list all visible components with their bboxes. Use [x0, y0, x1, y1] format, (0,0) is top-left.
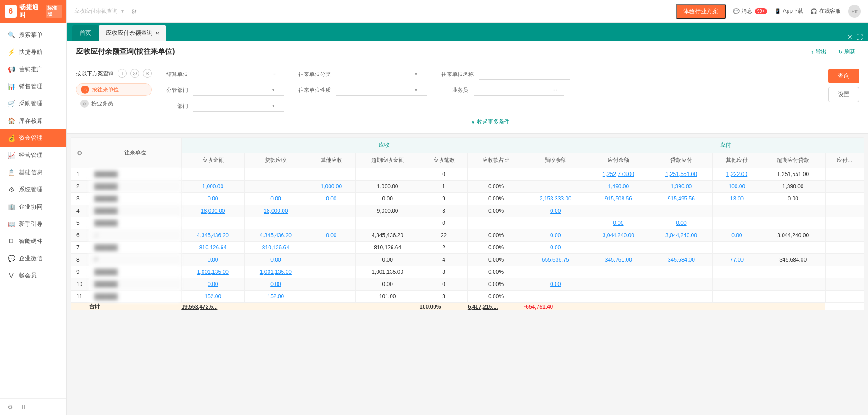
sidebar-item-purchase[interactable]: 🛒 采购管理 [0, 95, 66, 112]
footer-empty-4 [355, 303, 420, 311]
message-badge: 99+ [755, 8, 767, 14]
management-icon: 📈 [7, 152, 15, 159]
footer-recv-total[interactable]: 19,553,472.6... [181, 303, 244, 311]
sidebar-item-management[interactable]: 📈 经营管理 [0, 147, 66, 164]
sidebar-item-search[interactable]: 🔍 搜索菜单 [0, 26, 66, 43]
refresh-label: 刷新 [844, 48, 855, 56]
sidebar-item-quicknav[interactable]: ⚡ 快捷导航 [0, 43, 66, 61]
tab-close-icon[interactable]: ✕ [156, 31, 159, 36]
sidebar-item-enterprise[interactable]: 🏢 企业协同 [0, 198, 66, 215]
sidebar-label-management: 经营管理 [19, 151, 42, 159]
filter-setting-button[interactable]: ⊙ [130, 69, 139, 78]
sidebar-item-wechat[interactable]: 💬 企业微信 [0, 250, 66, 267]
table-row: 2██████1,000.001,000.001,000.0010.00%1,4… [71, 181, 864, 193]
online-service-action[interactable]: 🎧 在线客服 [811, 7, 841, 15]
avatar[interactable]: Rit [848, 5, 861, 18]
filter-bar-label: 按以下方案查询 [76, 70, 114, 77]
th-other-pay: 其他应付 [712, 153, 761, 168]
scheme-icon-salesperson: ⊙ [80, 100, 89, 108]
table-row: 11██████152.00152.00101.0030.00% [71, 291, 864, 303]
sidebar-item-hardware[interactable]: 🖥 智能硬件 [0, 233, 66, 250]
filter-arrow-button[interactable]: « [143, 69, 152, 78]
collapse-footer-icon[interactable]: ⏸ [20, 403, 27, 410]
th-overdue-recv: 超期应收金额 [355, 153, 420, 168]
inventory-icon: 🏠 [7, 117, 15, 124]
counterpart-name-label: 往来单位名称 [441, 71, 474, 78]
counterpart-name-input[interactable] [479, 69, 570, 80]
sidebar-item-finance[interactable]: 💰 资金管理 [0, 129, 66, 147]
query-button[interactable]: 查询 [828, 69, 859, 83]
th-prepay-balance: 预收余额 [524, 153, 587, 168]
app-name: 畅捷通叫 [19, 3, 44, 19]
department-input[interactable] [193, 100, 270, 110]
table-row: 10██████0.000.000.0000.00%0.00 [71, 278, 864, 291]
sidebar-label-member: 畅会员 [19, 272, 37, 280]
download-icon: 📱 [774, 8, 781, 14]
app-download-action[interactable]: 📱 App下载 [774, 7, 803, 15]
enterprise-icon: 🏢 [7, 203, 15, 210]
footer-empty [71, 303, 89, 311]
sidebar: 6 畅捷通叫 标准版 🔍 搜索菜单 ⚡ 快捷导航 📢 营销推广 📊 销售管理 🛒… [0, 0, 67, 415]
filter-row-3: 部门 ▾ [161, 100, 819, 112]
refresh-icon: ↻ [838, 49, 843, 55]
scheme-label-salesperson: 按业务员 [91, 100, 113, 108]
scheme-by-salesperson[interactable]: ⊙ 按业务员 [76, 98, 152, 110]
collapse-more-button[interactable]: ∧ 收起更多条件 [161, 116, 819, 128]
dept-managed-chevron-icon[interactable]: ▾ [272, 87, 274, 92]
sidebar-item-guide[interactable]: 📖 新手引导 [0, 215, 66, 233]
sidebar-item-basic-info[interactable]: 📋 基础信息 [0, 164, 66, 181]
data-section: ⚙ 往来单位 应收 应付 应收金额 贷款应收 其他应收 超期应收金额 应收笔数 … [71, 137, 864, 310]
export-button[interactable]: ↑ 导出 [807, 46, 830, 57]
page-actions: ↑ 导出 ↻ 刷新 [807, 46, 859, 57]
setting-button[interactable]: 设置 [828, 87, 859, 102]
settings-footer-icon[interactable]: ⚙ [7, 403, 13, 410]
maximize-tab-control-icon[interactable]: ⛶ [856, 33, 863, 41]
counterpart-nature-input[interactable] [336, 85, 413, 95]
sidebar-label-inventory: 库存核算 [19, 117, 42, 125]
message-label: 消息 [741, 7, 752, 15]
dept-managed-input[interactable] [193, 85, 270, 95]
scheme-by-counterpart[interactable]: ⊙ 按往来单位 [76, 83, 152, 96]
gear-icon[interactable]: ⚙ [131, 8, 137, 15]
header-actions: 💬 消息 99+ 📱 App下载 🎧 在线客服 Rit [733, 5, 861, 18]
salesperson-input[interactable] [474, 85, 551, 95]
close-tab-control-icon[interactable]: ✕ [847, 33, 853, 41]
sidebar-item-inventory[interactable]: 🏠 库存核算 [0, 112, 66, 129]
sidebar-label-wechat: 企业微信 [19, 254, 42, 262]
counterpart-nature-chevron-icon[interactable]: ▾ [415, 87, 417, 92]
refresh-button[interactable]: ↻ 刷新 [835, 46, 859, 57]
tab-receivable[interactable]: 应收应付余额查询 ✕ [99, 25, 166, 41]
marketing-icon: 📢 [7, 66, 15, 73]
settlement-unit-dots-icon[interactable]: ··· [272, 71, 277, 77]
filter-add-button[interactable]: + [118, 69, 127, 78]
footer-recv-ratio: 100.00% [420, 303, 468, 311]
sidebar-label-enterprise: 企业协同 [19, 203, 42, 211]
counterpart-category-input[interactable] [336, 69, 413, 79]
export-icon: ↑ [811, 49, 814, 55]
purchase-icon: 🛒 [7, 100, 15, 107]
sidebar-item-sales[interactable]: 📊 销售管理 [0, 78, 66, 95]
table-settings-icon[interactable]: ⚙ [77, 149, 83, 157]
sidebar-item-member[interactable]: V 畅会员 [0, 267, 66, 284]
breadcrumb-chevron-icon: ▾ [121, 8, 124, 14]
data-table: ⚙ 往来单位 应收 应付 应收金额 贷款应收 其他应收 超期应收金额 应收笔数 … [71, 137, 864, 310]
app-edition: 标准版 [46, 5, 62, 18]
online-service-label: 在线客服 [819, 7, 841, 15]
salesperson-label: 业务员 [441, 86, 468, 94]
sidebar-item-system[interactable]: ⚙ 系统管理 [0, 181, 66, 198]
sidebar-label-basic-info: 基础信息 [19, 168, 42, 176]
counterpart-category-label: 往来单位分类 [298, 71, 331, 78]
footer-prepay-total[interactable]: 6,417,215.... [468, 303, 524, 311]
department-chevron-icon[interactable]: ▾ [272, 103, 274, 108]
tab-home[interactable]: 首页 [72, 25, 99, 41]
breadcrumb-text: 应收应付余额查询 [74, 7, 118, 15]
sidebar-item-marketing[interactable]: 📢 营销推广 [0, 61, 66, 78]
salesperson-dots-icon[interactable]: ··· [552, 86, 557, 93]
counterpart-category-chevron-icon[interactable]: ▾ [415, 72, 417, 76]
message-action[interactable]: 💬 消息 99+ [733, 7, 767, 15]
settlement-unit-input[interactable] [193, 69, 270, 79]
settlement-unit-label: 结算单位 [161, 71, 188, 78]
header: 应收应付余额查询 ▾ ⚙ 体验行业方案 💬 消息 99+ 📱 App下载 🎧 在… [67, 0, 868, 23]
table-row: 1██████01,252,773.001,251,551.001,222.00… [71, 168, 864, 181]
promo-button[interactable]: 体验行业方案 [676, 4, 726, 19]
